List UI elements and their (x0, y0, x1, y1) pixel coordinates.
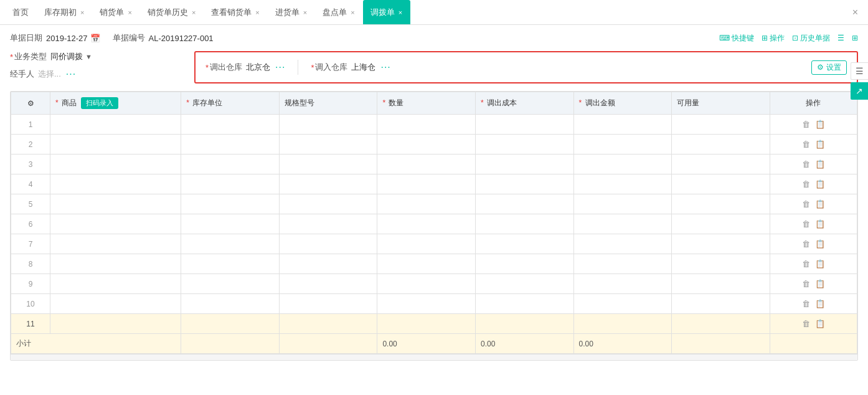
business-type-value[interactable]: 同价调拨 (50, 51, 83, 62)
tab-inventory-init[interactable]: 库存期初 × (37, 0, 92, 24)
row-amount-2[interactable] (573, 135, 672, 155)
delete-icon[interactable]: 🗑 (802, 140, 810, 149)
row-cost-9[interactable] (476, 274, 574, 294)
row-spec-9[interactable] (279, 274, 377, 294)
row-cost-4[interactable] (476, 174, 574, 194)
row-quantity-4[interactable] (377, 174, 476, 194)
row-amount-3[interactable] (573, 155, 672, 174)
row-spec-1[interactable] (279, 115, 377, 135)
row-goods-5[interactable] (50, 194, 181, 214)
row-goods-1[interactable] (50, 115, 181, 135)
row-available-8[interactable] (672, 254, 770, 274)
row-amount-8[interactable] (573, 254, 672, 274)
row-unit-3[interactable] (181, 155, 280, 174)
tab-transfer-close[interactable]: × (399, 9, 402, 16)
tab-transfer[interactable]: 调拨单 × (363, 0, 410, 24)
row-unit-5[interactable] (181, 194, 280, 214)
row-spec-5[interactable] (279, 194, 377, 214)
view-toggle-grid[interactable]: ⊞ (852, 34, 858, 42)
row-quantity-10[interactable] (377, 294, 476, 314)
row-available-5[interactable] (672, 194, 770, 214)
view-toggle-list[interactable]: ☰ (837, 34, 844, 42)
row-amount-6[interactable] (573, 214, 672, 234)
tab-inventory-check[interactable]: 盘点单 × (315, 0, 362, 24)
delete-icon[interactable]: 🗑 (802, 159, 810, 169)
row-goods-7[interactable] (50, 234, 181, 254)
delete-icon[interactable]: 🗑 (802, 239, 810, 249)
row-quantity-7[interactable] (377, 234, 476, 254)
row-amount-5[interactable] (573, 194, 672, 214)
row-unit-7[interactable] (181, 234, 280, 254)
operations-button[interactable]: ⊞ 操作 (762, 33, 785, 44)
row-quantity-6[interactable] (377, 214, 476, 234)
row-spec-7[interactable] (279, 234, 377, 254)
row-quantity-9[interactable] (377, 274, 476, 294)
business-type-dropdown-icon[interactable]: ▼ (85, 53, 92, 60)
window-close-button[interactable]: × (847, 7, 863, 18)
delete-icon[interactable]: 🗑 (802, 299, 810, 308)
row-available-6[interactable] (672, 214, 770, 234)
subtotal-unit[interactable] (181, 314, 280, 334)
copy-icon[interactable]: 📋 (815, 299, 825, 308)
row-cost-8[interactable] (476, 254, 574, 274)
row-goods-4[interactable] (50, 174, 181, 194)
tab-sales-order-close[interactable]: × (128, 9, 131, 16)
row-spec-6[interactable] (279, 214, 377, 234)
copy-icon[interactable]: 📋 (815, 279, 825, 288)
row-unit-6[interactable] (181, 214, 280, 234)
col-gear[interactable]: ⚙ (11, 92, 50, 115)
tab-inventory-init-close[interactable]: × (80, 9, 84, 16)
row-amount-4[interactable] (573, 174, 672, 194)
delete-icon[interactable]: 🗑 (802, 319, 810, 328)
settings-button[interactable]: ⚙ 设置 (811, 60, 847, 75)
scan-button[interactable]: 扫码录入 (81, 97, 118, 109)
subtotal-available[interactable] (672, 314, 770, 334)
calendar-icon[interactable]: 📅 (90, 34, 100, 43)
row-goods-8[interactable] (50, 254, 181, 274)
subtotal-goods[interactable] (50, 314, 181, 334)
row-quantity-1[interactable] (377, 115, 476, 135)
row-amount-10[interactable] (573, 294, 672, 314)
scroll-bar[interactable] (11, 354, 857, 360)
copy-icon[interactable]: 📋 (815, 219, 825, 229)
delete-icon[interactable]: 🗑 (802, 120, 810, 129)
sidebar-list-button[interactable]: ☰ (851, 62, 868, 80)
row-unit-2[interactable] (181, 135, 280, 155)
row-cost-3[interactable] (476, 155, 574, 174)
row-quantity-2[interactable] (377, 135, 476, 155)
subtotal-cost[interactable] (476, 314, 574, 334)
row-unit-9[interactable] (181, 274, 280, 294)
row-spec-4[interactable] (279, 174, 377, 194)
handler-value[interactable]: 选择... (38, 69, 61, 80)
copy-icon[interactable]: 📋 (815, 140, 825, 149)
delete-icon[interactable]: 🗑 (802, 199, 810, 209)
sidebar-expand-button[interactable]: ↗ (851, 82, 868, 100)
row-cost-2[interactable] (476, 135, 574, 155)
copy-icon[interactable]: 📋 (815, 239, 825, 249)
row-cost-5[interactable] (476, 194, 574, 214)
row-spec-3[interactable] (279, 155, 377, 174)
tab-home[interactable]: 首页 (5, 0, 37, 24)
row-available-4[interactable] (672, 174, 770, 194)
row-unit-1[interactable] (181, 115, 280, 135)
row-cost-10[interactable] (476, 294, 574, 314)
tab-view-sales[interactable]: 查看销货单 × (204, 0, 267, 24)
handler-more-icon[interactable]: ··· (66, 69, 76, 80)
tab-inventory-check-close[interactable]: × (351, 9, 354, 16)
row-available-2[interactable] (672, 135, 770, 155)
transfer-in-more-icon[interactable]: ··· (380, 62, 390, 73)
row-unit-8[interactable] (181, 254, 280, 274)
row-amount-7[interactable] (573, 234, 672, 254)
row-cost-7[interactable] (476, 234, 574, 254)
transfer-out-more-icon[interactable]: ··· (275, 62, 285, 73)
row-unit-10[interactable] (181, 294, 280, 314)
row-available-9[interactable] (672, 274, 770, 294)
transfer-out-value[interactable]: 北京仓 (246, 62, 270, 73)
row-quantity-8[interactable] (377, 254, 476, 274)
delete-icon[interactable]: 🗑 (802, 279, 810, 288)
row-unit-4[interactable] (181, 174, 280, 194)
transfer-in-value[interactable]: 上海仓 (351, 62, 375, 73)
history-button[interactable]: ⊡ 历史单据 (792, 33, 830, 44)
delete-icon[interactable]: 🗑 (802, 219, 810, 229)
copy-icon[interactable]: 📋 (815, 319, 825, 328)
